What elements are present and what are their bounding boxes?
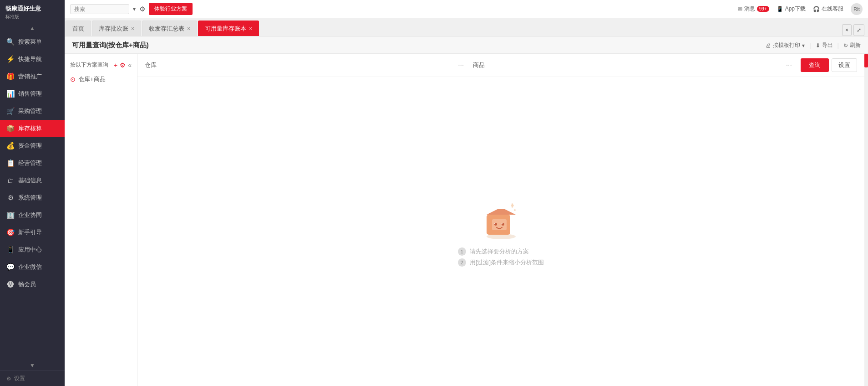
tab-batch-close[interactable]: × xyxy=(131,26,134,32)
page-actions: 🖨 按模板打印 ▾ | ⬇ 导出 | ↻ 刷新 xyxy=(766,41,861,49)
goods-field: 商品 ··· xyxy=(473,60,794,70)
filter-item-warehouse-goods[interactable]: ⊙ 仓库+商品 xyxy=(65,72,137,87)
filter-add-button[interactable]: + xyxy=(114,62,117,69)
sidebar-logo: 畅康通好生意 标准版 xyxy=(0,0,65,23)
sidebar-item-purchase[interactable]: 🛒采购管理 xyxy=(0,103,65,120)
sidebar-label-purchase: 采购管理 xyxy=(18,107,58,115)
export-icon: ⬇ xyxy=(816,42,820,49)
tab-available-label: 可用量库存账本 xyxy=(205,25,246,33)
message-badge: 99+ xyxy=(757,6,769,12)
sidebar-item-quick[interactable]: ⚡快捷导航 xyxy=(0,51,65,68)
sidebar-item-vip[interactable]: 🅥畅会员 xyxy=(0,276,65,293)
sidebar-item-search[interactable]: 🔍搜索菜单 xyxy=(0,33,65,51)
scrollbar-thumb xyxy=(864,54,868,67)
tab-available[interactable]: 可用量库存账本 × xyxy=(198,21,259,36)
trial-button[interactable]: 体验行业方案 xyxy=(149,3,193,15)
export-label: 导出 xyxy=(822,41,833,49)
search-input[interactable] xyxy=(70,4,129,14)
sidebar-bottom[interactable]: ⚙ 设置 xyxy=(0,371,65,386)
tabs-actions: × ⤢ xyxy=(842,24,868,36)
search-icon: 🔍 xyxy=(6,38,15,46)
sidebar-label-inventory: 库存核算 xyxy=(18,124,58,133)
goods-more[interactable]: ··· xyxy=(785,61,793,69)
sidebar-label-newbie: 新手引导 xyxy=(18,228,58,237)
mobile-icon: 📱 xyxy=(777,6,783,12)
sidebar-label-appstore: 应用中心 xyxy=(18,246,58,254)
online-service-label: 在线客服 xyxy=(822,5,843,13)
sidebar-item-enterprise[interactable]: 🏢企业协同 xyxy=(0,206,65,224)
sales-icon: 📊 xyxy=(6,90,15,98)
query-search-button[interactable]: 查询 xyxy=(801,58,829,72)
sidebar-label-basic: 基础信息 xyxy=(18,176,58,185)
tab-home[interactable]: 首页 xyxy=(66,21,91,36)
tab-collect-label: 收发存汇总表 xyxy=(149,25,184,33)
user-avatar[interactable]: Rit xyxy=(851,3,863,15)
inventory-icon: 📦 xyxy=(6,124,15,133)
gear-icon[interactable]: ⚙ xyxy=(139,5,145,13)
query-area: 仓库 ··· 商品 ··· 查询 设置 xyxy=(137,54,864,386)
filter-settings-button[interactable]: ⚙ xyxy=(120,62,126,69)
newbie-icon: 🎯 xyxy=(6,228,15,237)
refresh-icon: ↻ xyxy=(843,42,848,49)
refresh-label: 刷新 xyxy=(850,41,861,49)
warehouse-input[interactable] xyxy=(159,60,454,70)
print-icon: 🖨 xyxy=(766,42,771,49)
page-title: 可用量查询(按仓库+商品) xyxy=(72,41,149,50)
app-title: 畅康通好生意 xyxy=(5,5,59,13)
sidebar-item-operation[interactable]: 📋经营管理 xyxy=(0,154,65,172)
wechat-icon: 💬 xyxy=(6,263,15,271)
query-settings-button[interactable]: 设置 xyxy=(832,58,857,72)
sidebar-item-appstore[interactable]: 📱应用中心 xyxy=(0,241,65,258)
main-area: ▾ ⚙ 体验行业方案 ✉ 消息 99+ 📱 App下载 🎧 在线客服 Rit xyxy=(65,0,868,386)
sidebar-item-newbie[interactable]: 🎯新手引导 xyxy=(0,224,65,241)
hint-1-num: 1 xyxy=(458,247,466,256)
app-download-button[interactable]: 📱 App下载 xyxy=(777,5,806,13)
tab-collect[interactable]: 收发存汇总表 × xyxy=(142,21,197,36)
sidebar-scroll: 🔍搜索菜单⚡快捷导航🎁营销推广📊销售管理🛒采购管理📦库存核算💰资金管理📋经营管理… xyxy=(0,33,65,360)
online-service-button[interactable]: 🎧 在线客服 xyxy=(813,5,843,13)
app-download-label: App下载 xyxy=(785,5,806,13)
query-actions: 查询 设置 xyxy=(801,58,857,72)
sidebar-item-system[interactable]: ⚙系统管理 xyxy=(0,189,65,206)
vip-icon: 🅥 xyxy=(6,281,15,288)
hint-1-text: 请先选择要分析的方案 xyxy=(470,247,529,256)
message-button[interactable]: ✉ 消息 99+ xyxy=(738,5,769,13)
empty-hint-2: 2 用[过滤]条件来缩小分析范围 xyxy=(458,258,544,267)
warehouse-more[interactable]: ··· xyxy=(457,61,465,69)
print-button[interactable]: 🖨 按模板打印 ▾ xyxy=(766,41,805,49)
filter-panel: 按以下方案查询 + ⚙ « ⊙ 仓库+商品 xyxy=(65,54,137,386)
right-scrollbar[interactable] xyxy=(864,54,868,386)
sidebar-item-inventory[interactable]: 📦库存核算 xyxy=(0,120,65,137)
tabs-fullscreen[interactable]: ⤢ xyxy=(853,24,864,36)
message-icon: ✉ xyxy=(738,6,742,12)
tab-batch[interactable]: 库存批次账 × xyxy=(92,21,141,36)
marketing-icon: 🎁 xyxy=(6,72,15,81)
export-button[interactable]: ⬇ 导出 xyxy=(816,41,833,49)
finance-icon: 💰 xyxy=(6,142,15,150)
goods-input[interactable] xyxy=(487,60,782,70)
sidebar-scroll-down[interactable]: ▼ xyxy=(0,360,65,371)
sidebar-item-basic[interactable]: 🗂基础信息 xyxy=(0,172,65,189)
empty-svg xyxy=(478,196,524,242)
sidebar-label-search: 搜索菜单 xyxy=(18,38,58,46)
sidebar-item-marketing[interactable]: 🎁营销推广 xyxy=(0,68,65,85)
tab-available-close[interactable]: × xyxy=(249,26,252,32)
filter-collapse-button[interactable]: « xyxy=(128,62,132,69)
tabs-bar: 首页 库存批次账 × 收发存汇总表 × 可用量库存账本 × × ⤢ xyxy=(65,18,868,36)
dropdown-icon[interactable]: ▾ xyxy=(133,6,136,12)
tab-collect-close[interactable]: × xyxy=(187,26,190,32)
print-label: 按模板打印 xyxy=(773,41,800,49)
sidebar-label-marketing: 营销推广 xyxy=(18,72,58,81)
sidebar-item-sales[interactable]: 📊销售管理 xyxy=(0,85,65,103)
warehouse-label: 仓库 xyxy=(145,61,157,69)
query-bar: 仓库 ··· 商品 ··· 查询 设置 xyxy=(137,54,864,77)
print-chevron: ▾ xyxy=(802,42,805,49)
sidebar-bottom-label: 设置 xyxy=(14,375,25,382)
topbar: ▾ ⚙ 体验行业方案 ✉ 消息 99+ 📱 App下载 🎧 在线客服 Rit xyxy=(65,0,868,18)
sidebar-scroll-up[interactable]: ▲ xyxy=(0,23,65,33)
refresh-button[interactable]: ↻ 刷新 xyxy=(843,41,861,49)
sidebar-item-finance[interactable]: 💰资金管理 xyxy=(0,137,65,154)
tabs-close-all[interactable]: × xyxy=(842,24,852,36)
sidebar-label-system: 系统管理 xyxy=(18,194,58,202)
sidebar-item-wechat[interactable]: 💬企业微信 xyxy=(0,258,65,276)
